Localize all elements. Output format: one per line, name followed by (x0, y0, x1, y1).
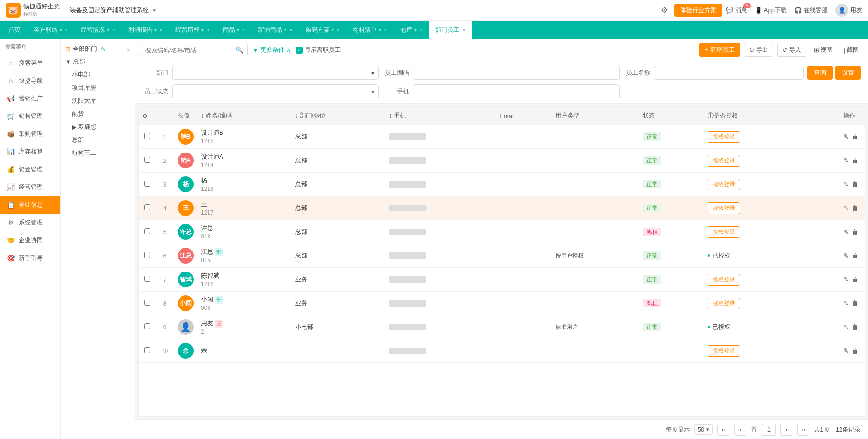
tab-history[interactable]: 经营历程 ▾ × (169, 21, 216, 39)
dept-item-xiaodianbu[interactable]: 小电部 (61, 68, 135, 81)
dept-edit-icon[interactable]: ✎ (101, 46, 106, 53)
query-button[interactable]: 查询 (807, 66, 833, 80)
row-checkbox[interactable] (144, 252, 150, 258)
first-page-button[interactable]: « (717, 424, 729, 436)
code-filter-input[interactable] (413, 66, 619, 80)
dept-item-peihuo[interactable]: 配货 (61, 107, 135, 120)
row-checkbox[interactable] (144, 323, 150, 329)
delete-button[interactable]: 🗑 (852, 252, 858, 259)
dept-item-zongbu[interactable]: ▼ 总部 (61, 55, 135, 68)
settings-button[interactable]: ⚙ (658, 4, 671, 17)
row-checkbox[interactable] (144, 347, 150, 353)
search-input[interactable] (145, 47, 234, 54)
tab-profit[interactable]: 利润报告 ▾ × (122, 21, 169, 39)
row-checkbox[interactable] (144, 157, 150, 163)
authorize-button[interactable]: 授权登录 (708, 179, 740, 190)
status-filter-select[interactable]: ▾ (172, 84, 379, 98)
sidebar-item-collab[interactable]: 🤝 企业协同 (0, 231, 60, 249)
sidebar-item-guide[interactable]: 🎯 新手引导 (0, 249, 60, 267)
th-phone[interactable]: ↕ 手机 (385, 107, 496, 125)
tab-home[interactable]: 首页 (2, 21, 27, 39)
dept-collapse-icon[interactable]: « (127, 46, 130, 53)
phone-filter-input[interactable] (413, 84, 619, 98)
tab-close-icon[interactable]: × (289, 27, 292, 33)
delete-button[interactable]: 🗑 (852, 157, 858, 164)
sidebar-item-purchase[interactable]: 📦 采购管理 (0, 125, 60, 143)
dept-item-shuanglu[interactable]: ▶ 双鹿想 (61, 120, 135, 133)
tab-customer[interactable]: 客户联络 ▾ × (27, 21, 74, 39)
show-resigned-checkbox[interactable]: ✓ 显示离职员工 (296, 46, 341, 54)
tab-goods[interactable]: 商品 ▾ × (216, 21, 251, 39)
export-button[interactable]: ↻ 导出 (744, 43, 773, 57)
row-checkbox[interactable] (144, 300, 150, 306)
search-icon[interactable]: 🔍 (236, 46, 243, 54)
sidebar-item-finance[interactable]: 💰 资金管理 (0, 160, 60, 178)
edit-button[interactable]: ✎ (843, 347, 849, 355)
row-checkbox[interactable] (144, 181, 150, 187)
per-page-select[interactable]: 50 ▾ (694, 424, 713, 435)
tab-add-goods[interactable]: 新增商品 ▾ × (251, 21, 299, 39)
th-dept[interactable]: ↕ 部门/职位 (292, 107, 386, 125)
app-download-button[interactable]: 📱 App下载 (755, 6, 787, 14)
more-filter-button[interactable]: ▼ 更多条件 ∧ (252, 46, 291, 54)
delete-button[interactable]: 🗑 (852, 133, 858, 140)
message-button[interactable]: 💬 消息 5 (726, 6, 747, 14)
delete-button[interactable]: 🗑 (852, 181, 858, 188)
edit-button[interactable]: ✎ (843, 323, 849, 331)
delete-button[interactable]: 🗑 (852, 228, 858, 236)
dept-item-shenyang[interactable]: 沈阳大库 (61, 94, 135, 107)
authorize-button[interactable]: 授权登录 (708, 226, 740, 238)
delete-button[interactable]: 🗑 (852, 300, 858, 307)
dept-panel-header[interactable]: ⊞ 全部部门 ✎ « (61, 43, 135, 55)
tab-bom[interactable]: 物料清单 ▾ × (346, 21, 393, 39)
dept-filter-select[interactable]: ▾ (172, 66, 379, 80)
tab-close-icon[interactable]: × (337, 27, 340, 33)
sidebar-item-nav[interactable]: ⌂ 快捷导航 (0, 72, 60, 90)
tab-close-icon[interactable]: × (384, 27, 387, 33)
edit-button[interactable]: ✎ (843, 157, 849, 164)
edit-button[interactable]: ✎ (843, 252, 849, 259)
name-filter-input[interactable] (654, 66, 804, 80)
dept-item-zhishu[interactable]: 植树王二 (61, 146, 135, 160)
authorize-button[interactable]: 授权登录 (708, 345, 740, 357)
sidebar-item-basic[interactable]: 📋 基础信息 (0, 196, 60, 214)
current-page[interactable]: 1 (762, 424, 776, 436)
sidebar-item-system[interactable]: ⚙ 系统管理 (0, 214, 60, 231)
trial-button[interactable]: 体验行业方案 (674, 4, 722, 17)
next-page-button[interactable]: › (780, 424, 792, 436)
authorize-button[interactable]: 授权登录 (708, 298, 740, 309)
view-button[interactable]: ⊞ 视图 (810, 43, 836, 56)
sidebar-item-marketing[interactable]: 📢 营销推广 (0, 90, 60, 107)
tab-dept-staff[interactable]: 部门员工 × (429, 21, 472, 39)
edit-button[interactable]: ✎ (843, 276, 849, 283)
row-checkbox[interactable] (144, 204, 150, 210)
tab-close-icon[interactable]: × (65, 27, 68, 33)
authorize-button[interactable]: 授权登录 (708, 155, 740, 167)
prev-page-button[interactable]: ‹ (734, 424, 746, 436)
edit-button[interactable]: ✎ (843, 181, 849, 188)
tab-close-icon[interactable]: × (462, 27, 465, 33)
row-checkbox[interactable] (144, 276, 150, 282)
dropdown-arrow-icon[interactable]: ▼ (152, 7, 157, 14)
delete-button[interactable]: 🗑 (852, 347, 858, 355)
print-button[interactable]: | 截图 (840, 43, 862, 56)
edit-button[interactable]: ✎ (843, 133, 849, 140)
delete-button[interactable]: 🗑 (852, 204, 858, 212)
dept-item-xiangmuliangfang[interactable]: 项目库房 (61, 81, 135, 94)
tab-warehouse[interactable]: 仓库 ▾ × (394, 21, 429, 39)
filter-settings-button[interactable]: 设置 (835, 66, 861, 80)
row-checkbox[interactable] (144, 228, 150, 234)
tab-close-icon[interactable]: × (419, 27, 422, 33)
th-name[interactable]: ↕ 姓名/编码 (197, 107, 292, 125)
edit-button[interactable]: ✎ (843, 204, 849, 212)
sidebar-item-operations[interactable]: 📈 经营管理 (0, 178, 60, 196)
edit-button[interactable]: ✎ (843, 300, 849, 307)
delete-button[interactable]: 🗑 (852, 323, 858, 331)
last-page-button[interactable]: » (797, 424, 809, 436)
add-employee-button[interactable]: + 新增员工 (699, 43, 740, 57)
sidebar-item-search[interactable]: ≡ 搜索菜单 (0, 54, 60, 72)
dept-item-zongbu2[interactable]: 总部 (61, 133, 135, 146)
tab-operation[interactable]: 经营情况 ▾ × (74, 21, 121, 39)
authorize-button[interactable]: 授权登录 (708, 131, 740, 143)
tab-close-icon[interactable]: × (160, 27, 162, 33)
